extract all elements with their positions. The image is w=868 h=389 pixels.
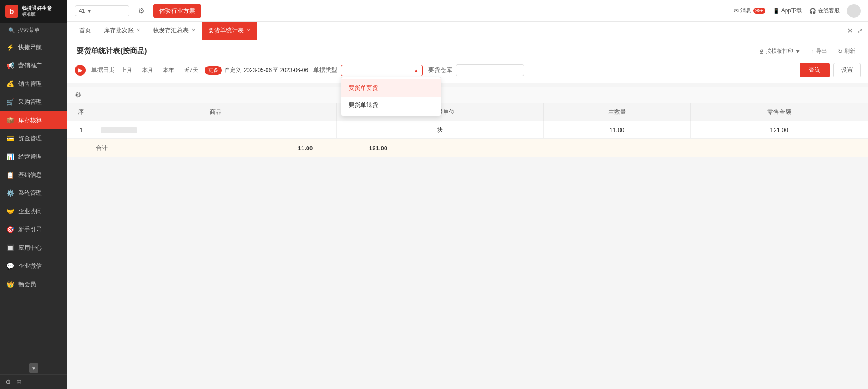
tab-order-stats-close[interactable]: ✕ bbox=[247, 27, 251, 33]
sidebar-item-label: 企业微信 bbox=[18, 262, 42, 270]
table-settings-icon[interactable]: ⚙ bbox=[75, 91, 81, 99]
footer-amount: 121.00 bbox=[355, 145, 401, 152]
maximize-tab-button[interactable]: ⤢ bbox=[857, 26, 863, 35]
filter-settings-button[interactable]: 设置 bbox=[833, 63, 861, 77]
refresh-icon: ↻ bbox=[838, 48, 842, 55]
sidebar-item-label: 销售管理 bbox=[18, 80, 42, 88]
cooperation-icon: 🤝 bbox=[5, 208, 15, 215]
print-icon: 🖨 bbox=[759, 48, 764, 55]
tabs-bar: 首页 库存批次账 ✕ 收发存汇总表 ✕ 要货单统计表 ✕ ✕ ⤢ bbox=[67, 22, 868, 40]
search-label: 搜索菜单 bbox=[18, 26, 40, 34]
this-month-button[interactable]: 本月 bbox=[139, 65, 157, 76]
sidebar-item-wechat[interactable]: 💬 企业微信 bbox=[0, 257, 67, 275]
dropdown-item-order-return[interactable]: 要货单退货 bbox=[341, 97, 441, 114]
date-filter-label: 单据日期 bbox=[91, 66, 115, 74]
custom-date-button[interactable]: 自定义 bbox=[225, 67, 241, 74]
col-qty: 主数量 bbox=[544, 103, 691, 121]
close-tab-button[interactable]: ✕ bbox=[847, 26, 853, 35]
page-title-area: 要货单统计表(按商品) bbox=[77, 46, 147, 56]
product-placeholder bbox=[101, 127, 137, 133]
footer-qty: 11.00 bbox=[282, 145, 328, 152]
member-icon: 👑 bbox=[5, 281, 15, 288]
table-area: ⚙ 序 商品 主计量单位 主数量 零售金额 1 bbox=[67, 87, 868, 139]
tab-order-stats[interactable]: 要货单统计表 ✕ bbox=[202, 22, 257, 40]
tab-batch-account-close[interactable]: ✕ bbox=[136, 27, 140, 33]
export-button[interactable]: ↑ 导出 bbox=[808, 46, 831, 57]
settings-gear-button[interactable]: ⚙ bbox=[135, 5, 148, 17]
industry-button[interactable]: 体验行业方案 bbox=[153, 4, 201, 18]
sidebar-item-operation[interactable]: 📊 经营管理 bbox=[0, 148, 67, 166]
type-filter-input[interactable]: ▲ bbox=[341, 65, 423, 76]
logo-icon: b bbox=[5, 5, 18, 18]
cell-unit: 块 bbox=[336, 121, 543, 139]
settings-bottom-icon[interactable]: ⚙ bbox=[5, 379, 11, 385]
sidebar-item-cooperation[interactable]: 🤝 企业协同 bbox=[0, 202, 67, 220]
print-label: 按模板打印 bbox=[766, 47, 793, 55]
app-download-label: App下载 bbox=[781, 7, 802, 15]
logo-sub: 标准版 bbox=[22, 11, 52, 18]
sidebar-item-purchase[interactable]: 🛒 采购管理 bbox=[0, 93, 67, 111]
quick-nav-icon: ⚡ bbox=[5, 44, 15, 51]
topbar-left: 41 ▼ ⚙ 体验行业方案 bbox=[75, 4, 201, 18]
sidebar-item-system[interactable]: ⚙️ 系统管理 bbox=[0, 184, 67, 202]
message-button[interactable]: ✉ 消息 99+ bbox=[734, 7, 765, 15]
refresh-button[interactable]: ↻ 刷新 bbox=[834, 46, 859, 57]
store-selector[interactable]: 41 ▼ bbox=[75, 5, 129, 16]
online-service-label: 在线客服 bbox=[818, 7, 840, 15]
search-menu-button[interactable]: 🔍 搜索菜单 bbox=[0, 23, 67, 38]
sidebar-item-label: 采购管理 bbox=[18, 98, 42, 106]
message-label: 消息 bbox=[740, 7, 751, 15]
tab-receipt-summary-close[interactable]: ✕ bbox=[191, 27, 195, 33]
sidebar-item-finance[interactable]: 💳 资金管理 bbox=[0, 129, 67, 148]
user-avatar[interactable] bbox=[847, 4, 861, 18]
scroll-down-indicator[interactable]: ▼ bbox=[0, 362, 67, 374]
dropdown-item-order-goods[interactable]: 要货单要货 bbox=[341, 79, 441, 97]
filter-right-buttons: 查询 设置 bbox=[800, 63, 861, 77]
filter-expand-button[interactable]: ▶ bbox=[75, 65, 86, 76]
topbar-right: ✉ 消息 99+ 📱 App下载 🎧 在线客服 bbox=[734, 4, 861, 18]
table-row: 1 块 11.00 121.00 bbox=[67, 121, 868, 139]
sidebar-item-label: 营销推广 bbox=[18, 61, 42, 70]
sidebar-item-label: 新手引导 bbox=[18, 225, 42, 234]
tab-batch-account[interactable]: 库存批次账 ✕ bbox=[98, 22, 147, 40]
mobile-icon: 📱 bbox=[773, 8, 780, 14]
last-7-days-button[interactable]: 近7天 bbox=[180, 65, 202, 76]
sidebar-item-sales[interactable]: 💰 销售管理 bbox=[0, 75, 67, 93]
page-actions: 🖨 按模板打印 ▼ ↑ 导出 ↻ 刷新 bbox=[755, 46, 859, 57]
this-year-button[interactable]: 本年 bbox=[159, 65, 178, 76]
type-dropdown-menu: 要货单要货 要货单退货 bbox=[341, 77, 441, 116]
print-template-button[interactable]: 🖨 按模板打印 ▼ bbox=[755, 46, 804, 57]
menu-toggle-icon[interactable]: ⊞ bbox=[16, 379, 21, 385]
chevron-down-icon: ▼ bbox=[795, 48, 801, 55]
sidebar-item-guide[interactable]: 🎯 新手引导 bbox=[0, 220, 67, 239]
chevron-up-icon: ▲ bbox=[413, 67, 419, 73]
sidebar-item-member[interactable]: 👑 畅会员 bbox=[0, 275, 67, 293]
warehouse-filter-input[interactable]: … bbox=[456, 64, 524, 76]
dropdown-item-label: 要货单退货 bbox=[349, 102, 378, 108]
wechat-icon: 💬 bbox=[5, 262, 15, 270]
date-filter-group: 单据日期 上月 本月 本年 近7天 更多 自定义 2023-05-06 至 20… bbox=[91, 65, 308, 76]
tab-receipt-summary[interactable]: 收发存汇总表 ✕ bbox=[147, 22, 202, 40]
sidebar-item-label: 快捷导航 bbox=[18, 43, 42, 51]
prev-month-button[interactable]: 上月 bbox=[118, 65, 136, 76]
sidebar: b 畅捷通好生意 标准版 🔍 搜索菜单 ⚡ 快捷导航 📢 营销推广 💰 销售管理… bbox=[0, 0, 67, 389]
sidebar-item-quick-nav[interactable]: ⚡ 快捷导航 bbox=[0, 38, 67, 56]
refresh-label: 刷新 bbox=[844, 47, 855, 55]
logo-name: 畅捷通好生意 bbox=[22, 5, 52, 11]
sidebar-item-app-center[interactable]: 🔲 应用中心 bbox=[0, 239, 67, 257]
type-filter-label: 单据类型 bbox=[313, 66, 337, 74]
inventory-icon: 📦 bbox=[5, 117, 15, 124]
export-icon: ↑ bbox=[812, 48, 814, 55]
online-service-button[interactable]: 🎧 在线客服 bbox=[809, 7, 840, 15]
sidebar-item-marketing[interactable]: 📢 营销推广 bbox=[0, 56, 67, 75]
tab-home[interactable]: 首页 bbox=[73, 22, 98, 40]
sidebar-item-basics[interactable]: 📋 基础信息 bbox=[0, 166, 67, 184]
query-button[interactable]: 查询 bbox=[800, 63, 830, 77]
app-download-button[interactable]: 📱 App下载 bbox=[773, 7, 802, 15]
operation-icon: 📊 bbox=[5, 153, 15, 160]
more-dates-button[interactable]: 更多 bbox=[205, 66, 222, 75]
app-center-icon: 🔲 bbox=[5, 244, 15, 251]
purchase-icon: 🛒 bbox=[5, 98, 15, 106]
three-dots-icon[interactable]: … bbox=[510, 67, 520, 74]
sidebar-item-inventory[interactable]: 📦 库存核算 bbox=[0, 111, 67, 129]
